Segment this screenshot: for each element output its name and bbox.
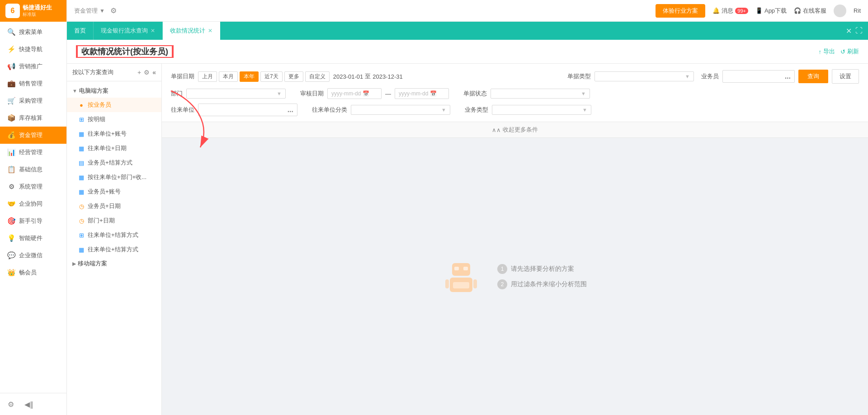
collapse-panel-btn[interactable]: «	[152, 69, 156, 76]
logo-icon: 6	[5, 4, 20, 18]
scheme-icon-2: ▦	[78, 130, 85, 137]
scheme-item-6[interactable]: ▦ 业务员+账号	[67, 184, 161, 199]
mobile-group-header[interactable]: ▶ 移动端方案	[67, 257, 161, 270]
breadcrumb: 资金管理 ▼	[74, 7, 105, 15]
window-controls: ✕ ⛶	[840, 27, 868, 35]
tab-receipt-stats[interactable]: 收款情况统计 ✕	[163, 22, 220, 40]
scheme-icon-5: ▦	[78, 174, 85, 181]
sidebar-item-collab[interactable]: 🤝 企业协同	[0, 195, 66, 212]
page-header: 收款情况统计(按业务员) ↑ 导出 ↺ 刷新	[67, 40, 868, 64]
breadcrumb-dropdown-arrow[interactable]: ▼	[99, 8, 105, 14]
page-header-actions: ↑ 导出 ↺ 刷新	[819, 47, 859, 56]
export-btn[interactable]: ↑ 导出	[819, 47, 835, 56]
sales-icon: 💼	[7, 80, 15, 88]
doctype-label: 单据类型	[567, 72, 591, 80]
scheme-item-9[interactable]: ⊞ 往来单位+结算方式	[67, 228, 161, 242]
sidebar-item-marketing[interactable]: 📢 营销推广	[0, 58, 66, 75]
scheme-item-4[interactable]: ▤ 业务员+结算方式	[67, 156, 161, 170]
scheme-item-0[interactable]: ● 按业务员	[67, 98, 161, 112]
refresh-btn[interactable]: ↺ 刷新	[840, 47, 859, 56]
scheme-tree: ▼ 电脑端方案 ● 按业务员 ⊞ 按明细	[67, 81, 161, 273]
filter-docstatus-item: 单据状态 ▼	[463, 89, 590, 99]
partner-select[interactable]: ...	[198, 104, 297, 116]
review-date-to[interactable]: yyyy-mm-dd 📅	[395, 88, 449, 99]
review-date-from[interactable]: yyyy-mm-dd 📅	[327, 88, 382, 99]
desktop-group-header[interactable]: ▼ 电脑端方案	[67, 84, 161, 98]
sidebar-item-system[interactable]: ⚙ 系统管理	[0, 178, 66, 195]
sidebar-item-management[interactable]: 📊 经营管理	[0, 144, 66, 161]
sidebar-item-inventory[interactable]: 📦 库存核算	[0, 109, 66, 127]
settings-gear-icon[interactable]: ⚙	[110, 6, 117, 15]
scheme-item-7[interactable]: ◷ 业务员+日期	[67, 199, 161, 213]
robot-svg	[443, 259, 479, 295]
message-btn[interactable]: 🔔 消息 99+	[712, 7, 748, 15]
app-download-btn[interactable]: 📱 App下载	[755, 7, 787, 15]
docstatus-select[interactable]: ▼	[491, 89, 590, 99]
marketing-icon: 📢	[7, 62, 15, 71]
trial-btn[interactable]: 体验行业方案	[656, 4, 705, 18]
scheme-item-1[interactable]: ⊞ 按明细	[67, 112, 161, 127]
maximize-window-btn[interactable]: ⛶	[855, 27, 863, 35]
settings-bottom-btn[interactable]: ⚙	[4, 397, 18, 411]
sidebar-item-basic[interactable]: 📋 基础信息	[0, 161, 66, 178]
dept-select[interactable]: ▼	[186, 89, 286, 99]
scheme-item-8[interactable]: ◷ 部门+日期	[67, 213, 161, 228]
tab-close-bank-flow[interactable]: ✕	[151, 28, 155, 34]
hint-item-2: 2 用过滤条件来缩小分析范围	[497, 279, 587, 289]
biztype-select[interactable]: ▼	[492, 105, 591, 115]
sidebar-item-wechat[interactable]: 💬 企业微信	[0, 247, 66, 264]
online-service-btn[interactable]: 🎧 在线客服	[794, 7, 826, 15]
salesman-select[interactable]: ...	[722, 70, 795, 83]
query-btn[interactable]: 查询	[798, 70, 828, 83]
scheme-item-2[interactable]: ▦ 往来单位+账号	[67, 127, 161, 141]
date-this-month[interactable]: 本月	[219, 71, 238, 82]
date-from-value: 2023-01-01	[333, 73, 363, 80]
sidebar-item-guide[interactable]: 🎯 新手引导	[0, 212, 66, 230]
calendar-icon-from: 📅	[363, 90, 369, 97]
scheme-item-3[interactable]: ▦ 往来单位+日期	[67, 141, 161, 156]
tab-close-receipt-stats[interactable]: ✕	[208, 28, 212, 34]
date-this-year[interactable]: 本年	[240, 71, 259, 82]
right-content: 单据日期 上月 本月 本年 近7天 更多 自定义	[162, 64, 868, 415]
sidebar-item-purchase[interactable]: 🛒 采购管理	[0, 92, 66, 109]
date-7days[interactable]: 近7天	[260, 71, 283, 82]
filter-row-1: 单据日期 上月 本月 本年 近7天 更多 自定义	[171, 69, 859, 84]
close-window-btn[interactable]: ✕	[846, 27, 852, 35]
scheme-icon-10: ▦	[78, 246, 85, 253]
date-more[interactable]: 更多	[284, 71, 303, 82]
doctype-select[interactable]: ▼	[594, 71, 694, 81]
date-custom[interactable]: 自定义	[305, 71, 330, 82]
date-last-month[interactable]: 上月	[198, 71, 217, 82]
sidebar-item-quicknav[interactable]: ⚡ 快捷导航	[0, 41, 66, 58]
user-avatar[interactable]	[834, 5, 846, 17]
sidebar-item-member[interactable]: 👑 畅会员	[0, 264, 66, 281]
sidebar-item-search[interactable]: 🔍 搜索菜单	[0, 24, 66, 41]
dept-label: 部门	[171, 90, 183, 98]
collapse-bar[interactable]: ∧∧ 收起更多条件	[162, 122, 868, 138]
doctype-arrow: ▼	[685, 74, 690, 79]
sidebar-item-finance[interactable]: 💰 资金管理	[0, 127, 66, 144]
partner-ellipsis[interactable]: ...	[288, 106, 293, 114]
settings-btn[interactable]: 设置	[832, 69, 859, 84]
svg-rect-2	[463, 267, 468, 270]
message-badge: 99+	[735, 8, 748, 14]
result-area: 1 请先选择要分析的方案 2 用过滤条件来缩小分析范围	[162, 138, 868, 415]
tab-home[interactable]: 首页	[67, 22, 94, 40]
sidebar-nav: 🔍 搜索菜单 ⚡ 快捷导航 📢 营销推广 💼 销售管理 🛒 采购管理 📦	[0, 22, 66, 393]
sidebar-item-sales[interactable]: 💼 销售管理	[0, 75, 66, 92]
collapse-sidebar-btn[interactable]: ◀‖	[22, 397, 36, 411]
scheme-settings-btn[interactable]: ⚙	[144, 69, 150, 76]
sidebar-item-hardware[interactable]: 💡 智能硬件	[0, 230, 66, 247]
biztype-arrow: ▼	[582, 107, 587, 113]
filter-action-btns: 查询 设置	[798, 69, 859, 84]
scheme-item-10[interactable]: ▦ 往来单位+结算方式	[67, 242, 161, 257]
salesman-ellipsis[interactable]: ...	[785, 72, 791, 80]
add-scheme-btn[interactable]: +	[137, 69, 141, 76]
collab-icon: 🤝	[7, 200, 15, 208]
tab-bank-flow[interactable]: 现金银行流水查询 ✕	[94, 22, 163, 40]
download-icon: 📱	[755, 7, 763, 14]
salesman-label: 业务员	[701, 72, 719, 80]
scheme-item-5[interactable]: ▦ 按往来单位+部门+收...	[67, 170, 161, 184]
page-title-box: 收款情况统计(按业务员)	[76, 45, 174, 58]
partner-type-select[interactable]: ▼	[351, 105, 450, 115]
